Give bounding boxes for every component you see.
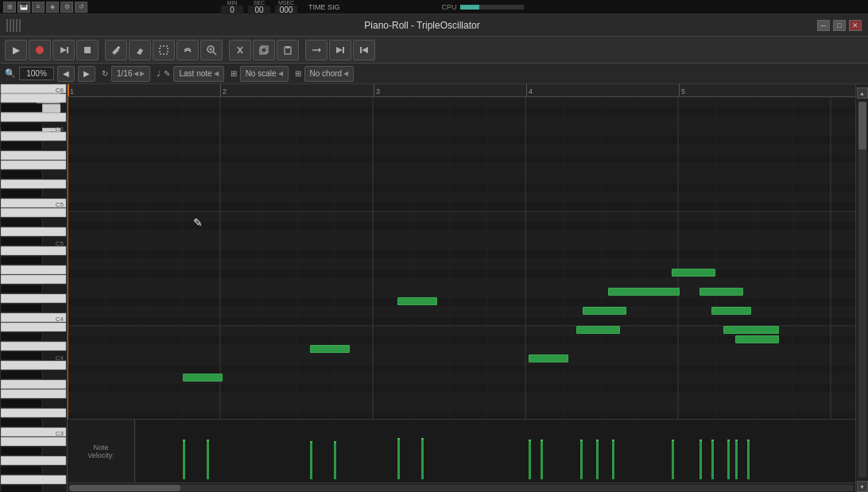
quantize-arrow-right[interactable]: ▶ (140, 70, 145, 77)
close-button[interactable]: ✕ (849, 20, 862, 31)
piano-icon[interactable]: 🎹 (17, 2, 30, 13)
time-display: MIN 0 SEC 00 MSEC 000 TIME SIG (221, 0, 340, 14)
note-5[interactable] (576, 326, 620, 334)
chord-arrow[interactable]: ◀ (343, 70, 348, 77)
note-9[interactable] (699, 288, 743, 296)
timeline-ruler: 1 2 3 4 5 (68, 84, 855, 97)
quantize-selector[interactable]: 1/16 ◀ ▶ (111, 66, 150, 82)
velocity-bar-12[interactable] (672, 440, 674, 479)
cut-button[interactable] (229, 40, 251, 60)
velocity-bar-2[interactable] (207, 440, 209, 479)
velocity-panel: NoteVelocity: (68, 419, 855, 482)
ruler-mark-2: 2 (220, 84, 227, 96)
note-4[interactable] (529, 354, 568, 362)
velocity-bar-4[interactable] (334, 441, 336, 479)
zoom-level: 100% (19, 67, 54, 80)
velocity-bar-15[interactable] (727, 440, 730, 479)
plugin-icon[interactable]: ◈ (46, 2, 59, 13)
note-grid[interactable]: ✎ (68, 97, 855, 419)
stop-button[interactable] (76, 40, 99, 60)
arrow-button[interactable] (305, 40, 327, 60)
svg-line-6 (213, 52, 216, 55)
paste-button[interactable] (277, 40, 299, 60)
scale-selector[interactable]: No scale ◀ (240, 66, 289, 82)
piano-keyboard[interactable]: C6 C6 C5 C4 (0, 84, 68, 492)
velocity-bar-5[interactable] (397, 438, 400, 479)
detuner-button[interactable] (176, 40, 199, 60)
time-sig-label: TIME SIG (308, 3, 340, 11)
notes-container (68, 97, 855, 419)
velocity-bar-6[interactable] (421, 438, 424, 479)
quantize-value: 1/16 (117, 69, 132, 78)
svg-rect-4 (160, 46, 168, 54)
play-button[interactable]: ▶ (5, 40, 27, 60)
velocity-bar-16[interactable] (735, 440, 738, 479)
play-pattern-button[interactable] (52, 40, 75, 60)
note-2[interactable] (310, 345, 350, 353)
top-bar-grid: ⊞ 🎹 ≡ ◈ ⚙ ↺ (3, 2, 87, 13)
svg-rect-10 (262, 46, 268, 52)
svg-rect-15 (343, 47, 344, 53)
velocity-bar-13[interactable] (699, 440, 702, 479)
v-scroll-down[interactable]: ▼ (857, 481, 868, 492)
svg-marker-16 (336, 47, 343, 53)
velocity-bar-8[interactable] (541, 440, 543, 479)
scale-arrow[interactable]: ◀ (278, 70, 283, 77)
grid-icon[interactable]: ⊞ (3, 2, 16, 13)
v-scroll-up[interactable]: ▲ (857, 87, 868, 99)
ruler-mark-4: 4 (526, 84, 533, 96)
velocity-bar-14[interactable] (711, 440, 714, 479)
zoom-button[interactable] (200, 40, 223, 60)
maximize-button[interactable]: □ (833, 20, 846, 31)
loop-icon[interactable]: ↺ (75, 2, 87, 13)
pencil-icon-small: ✎ (164, 69, 170, 78)
cpu-bar (460, 5, 524, 10)
scroll-thumb[interactable] (69, 485, 180, 491)
c5-label: C5 (56, 240, 64, 247)
velocity-bar-10[interactable] (596, 440, 599, 479)
note-8[interactable] (672, 269, 715, 277)
top-bar: ⊞ 🎹 ≡ ◈ ⚙ ↺ MIN 0 SEC 00 MSEC 000 TIME S… (0, 0, 868, 14)
note-length-arrow[interactable]: ◀ (214, 70, 219, 77)
skip-start-button[interactable] (353, 40, 375, 60)
note-3[interactable] (397, 297, 437, 305)
note-6[interactable] (583, 307, 626, 315)
pencil-button[interactable] (105, 40, 127, 60)
zoom-decrease[interactable]: ◀ (57, 66, 75, 82)
copy-button[interactable] (253, 40, 275, 60)
velocity-bar-17[interactable] (747, 440, 750, 479)
right-sidebar: ▲ ▼ (855, 84, 868, 492)
settings-icon[interactable]: ⚙ (60, 2, 73, 13)
quantize-arrow-left[interactable]: ◀ (134, 70, 138, 77)
velocity-bar-1[interactable] (183, 440, 185, 479)
velocity-bar-3[interactable] (310, 441, 312, 479)
window-title: Piano-Roll - TripleOscillator (29, 20, 816, 31)
note-7[interactable] (608, 288, 680, 296)
v-scroll-track[interactable] (858, 102, 866, 478)
note-10[interactable] (711, 307, 751, 315)
velocity-bar-9[interactable] (580, 440, 583, 479)
eraser-button[interactable] (129, 40, 151, 60)
note-11[interactable] (723, 326, 779, 334)
note-icon: ♩ (157, 69, 161, 78)
velocity-bars (135, 420, 855, 482)
horizontal-scrollbar[interactable] (68, 482, 855, 492)
note-length-selector[interactable]: Last note ◀ (173, 66, 223, 82)
velocity-bar-7[interactable] (529, 440, 531, 479)
select-button[interactable] (153, 40, 175, 60)
zoom-increase[interactable]: ▶ (78, 66, 95, 82)
scroll-track[interactable] (69, 485, 854, 491)
record-button[interactable] (29, 40, 51, 60)
note-vel-line1: Note (93, 444, 108, 451)
mixer-icon[interactable]: ≡ (32, 2, 45, 13)
note-1[interactable] (183, 374, 223, 382)
skip-end-button[interactable] (329, 40, 351, 60)
minimize-button[interactable]: ─ (817, 20, 830, 31)
svg-marker-1 (60, 47, 67, 53)
velocity-bar-11[interactable] (612, 440, 614, 479)
toolbar: ▶ (0, 37, 868, 64)
chord-selector[interactable]: No chord ◀ (304, 66, 355, 82)
note-12[interactable] (735, 335, 779, 343)
playhead (68, 84, 69, 96)
drag-handle[interactable] (6, 19, 22, 32)
